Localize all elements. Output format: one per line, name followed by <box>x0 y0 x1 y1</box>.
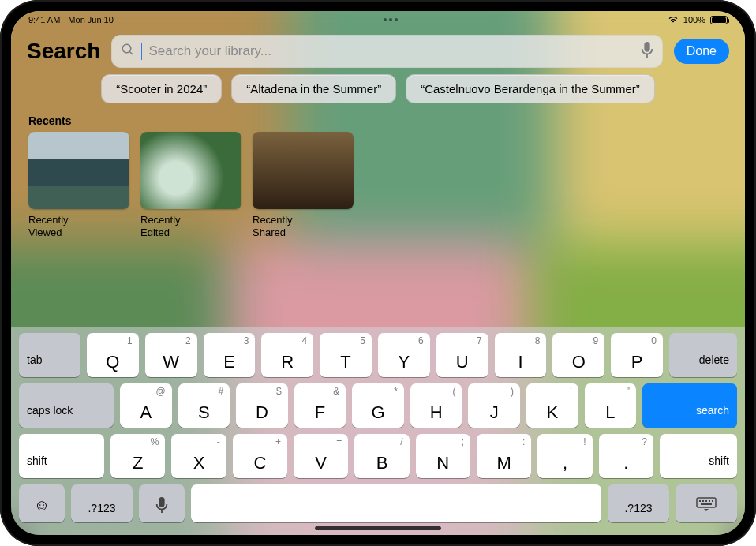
home-indicator[interactable] <box>315 526 441 530</box>
key-main-label: D <box>256 402 268 423</box>
key-main-label: A <box>140 402 152 423</box>
key-alt-label: ) <box>511 386 514 397</box>
key-r[interactable]: 4R <box>261 333 313 377</box>
key-j[interactable]: )J <box>468 383 520 428</box>
svg-rect-4 <box>709 500 710 502</box>
key-i[interactable]: 8I <box>495 333 547 377</box>
key-main-label: R <box>281 352 294 372</box>
key-main-label: Y <box>399 352 410 372</box>
shift-key[interactable]: shift <box>19 434 104 478</box>
key-o[interactable]: 9O <box>552 333 604 377</box>
search-input[interactable]: Search your library... <box>111 35 662 68</box>
svg-rect-0 <box>697 498 716 507</box>
key-.[interactable]: ?. <box>599 434 653 478</box>
key-g[interactable]: *G <box>352 383 404 428</box>
key-alt-label: * <box>394 386 398 397</box>
key-k[interactable]: 'K <box>526 383 578 428</box>
album-title: Recently Edited <box>140 214 241 240</box>
suggestion-chip[interactable]: “Altadena in the Summer” <box>231 74 396 103</box>
key-alt-label: 8 <box>535 335 541 346</box>
key-h[interactable]: (H <box>410 383 462 428</box>
key-z[interactable]: %Z <box>110 434 165 478</box>
album-thumbnail <box>140 132 241 209</box>
key-w[interactable]: 2W <box>145 333 197 377</box>
delete-key[interactable]: delete <box>669 333 737 377</box>
caps-lock-key-label: caps lock <box>19 404 73 423</box>
key-main-label: K <box>546 402 558 423</box>
key-main-label: P <box>631 352 643 372</box>
key-alt-label: / <box>400 436 402 447</box>
svg-rect-1 <box>699 500 701 502</box>
key-alt-label: $ <box>276 386 282 397</box>
key-u[interactable]: 7U <box>436 333 488 377</box>
key-main-label: B <box>376 453 388 473</box>
key-main-label: V <box>315 453 327 473</box>
recents-item[interactable]: Recently Edited <box>140 132 241 240</box>
key-main-label: U <box>456 352 469 372</box>
battery-icon <box>710 16 728 24</box>
emoji-key[interactable]: ☺ <box>19 484 65 522</box>
album-thumbnail <box>253 132 354 209</box>
symbols-key[interactable]: .?123 <box>608 484 669 522</box>
key-alt-label: 4 <box>302 335 308 346</box>
key-v[interactable]: =V <box>294 434 348 478</box>
key-n[interactable]: ;N <box>416 434 470 478</box>
key-alt-label: 9 <box>593 335 598 346</box>
key-main-label: E <box>223 352 235 372</box>
key-a[interactable]: @A <box>120 383 172 428</box>
search-key[interactable]: search <box>642 383 737 428</box>
multitask-dots-icon[interactable] <box>384 18 398 21</box>
key-alt-label: ' <box>570 386 571 397</box>
dictation-icon[interactable] <box>641 42 653 61</box>
symbols-key[interactable]: .?123 <box>71 484 133 522</box>
key-f[interactable]: &F <box>294 383 346 428</box>
key-,[interactable]: !, <box>537 434 592 478</box>
key-alt-label: 2 <box>185 335 191 346</box>
key-alt-label: 5 <box>360 335 365 346</box>
key-y[interactable]: 6Y <box>378 333 430 377</box>
text-caret <box>141 43 142 60</box>
delete-key-label: delete <box>699 353 737 372</box>
recents-item[interactable]: Recently Shared <box>253 132 354 240</box>
dismiss-keyboard-key[interactable] <box>676 484 737 522</box>
key-e[interactable]: 3E <box>204 333 256 377</box>
key-p[interactable]: 0P <box>611 333 663 377</box>
tab-key[interactable]: tab <box>19 333 80 377</box>
key-b[interactable]: /B <box>354 434 409 478</box>
suggestion-chip[interactable]: “Castelnuovo Berardenga in the Summer” <box>406 74 655 103</box>
space-key[interactable] <box>191 484 601 522</box>
search-key-label: search <box>696 404 737 423</box>
svg-rect-3 <box>705 500 707 502</box>
key-alt-label: @ <box>155 386 165 397</box>
key-main-label: G <box>371 402 384 423</box>
search-icon <box>121 43 135 60</box>
key-main-label: C <box>253 453 266 473</box>
emoji-icon: ☺ <box>34 496 50 518</box>
caps-lock-key[interactable]: caps lock <box>19 383 114 428</box>
key-c[interactable]: +C <box>233 434 287 478</box>
done-button[interactable]: Done <box>674 39 729 64</box>
svg-rect-5 <box>712 500 713 502</box>
key-m[interactable]: :M <box>477 434 531 478</box>
key-main-label: I <box>518 352 522 372</box>
mic-icon <box>155 497 168 518</box>
recents-label: Recents <box>11 114 745 132</box>
ipad-frame: 9:41 AM Mon Jun 10 100% Search <box>0 0 756 546</box>
suggestion-chip[interactable]: “Scooter in 2024” <box>101 74 222 103</box>
key-q[interactable]: 1Q <box>87 333 139 377</box>
wifi-icon <box>668 15 679 24</box>
page-title: Search <box>27 39 100 64</box>
key-main-label: H <box>430 402 443 423</box>
key-alt-label: # <box>218 386 223 397</box>
key-d[interactable]: $D <box>236 383 288 428</box>
shift-key[interactable]: shift <box>660 434 737 478</box>
key-l[interactable]: "L <box>585 383 637 428</box>
dictate-key[interactable] <box>139 484 185 522</box>
svg-rect-6 <box>701 503 712 505</box>
key-x[interactable]: -X <box>171 434 226 478</box>
key-alt-label: ? <box>642 436 647 447</box>
key-t[interactable]: 5T <box>320 333 372 377</box>
key-main-label: F <box>315 402 325 423</box>
key-s[interactable]: #S <box>178 383 230 428</box>
recents-item[interactable]: Recently Viewed <box>28 132 129 240</box>
